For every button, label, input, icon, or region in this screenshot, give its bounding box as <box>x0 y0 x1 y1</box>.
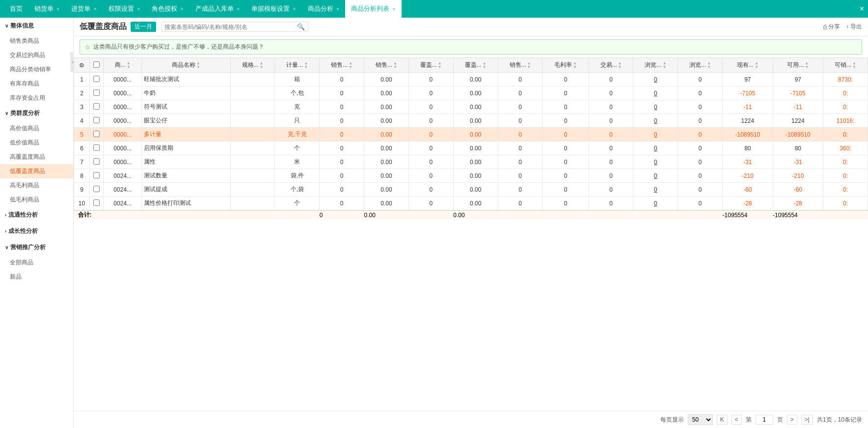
sidebar-item-category-turnover[interactable]: 商品分类动销率 <box>0 62 73 77</box>
row-select-checkbox[interactable] <box>93 117 100 123</box>
th-unit[interactable]: 计量...▲▼ <box>275 58 320 73</box>
last-page-button[interactable]: >| <box>801 415 813 425</box>
row-checkbox[interactable] <box>90 114 104 128</box>
close-icon[interactable]: × <box>237 6 240 12</box>
time-filter-button[interactable]: 近一月 <box>131 22 156 32</box>
row-browse1[interactable]: 0 <box>633 73 678 86</box>
sidebar-item-high-coverage[interactable]: 高覆盖度商品 <box>0 150 73 164</box>
select-all-checkbox[interactable] <box>93 61 100 68</box>
row-checkbox[interactable] <box>90 100 104 114</box>
row-checkbox[interactable] <box>90 142 104 155</box>
first-page-button[interactable]: K <box>717 415 728 425</box>
close-icon[interactable]: × <box>336 6 339 12</box>
totals-spacer4 <box>275 210 320 219</box>
row-checkbox[interactable] <box>90 197 104 211</box>
nav-sales-order[interactable]: 销货单 × <box>28 0 65 18</box>
close-icon[interactable]: × <box>180 6 183 12</box>
row-cover1: 0 <box>408 155 453 169</box>
nav-template-settings[interactable]: 单据模板设置 × <box>245 0 301 18</box>
sidebar-item-new-goods[interactable]: 新品 <box>0 270 73 284</box>
th-current[interactable]: 现有...▲▼ <box>723 58 773 73</box>
close-icon[interactable]: × <box>392 6 395 12</box>
search-icon[interactable]: 🔍 <box>297 23 305 30</box>
th-sales2[interactable]: 销售...▲▼ <box>364 58 409 73</box>
row-select-checkbox[interactable] <box>93 200 100 206</box>
search-input[interactable] <box>164 24 297 30</box>
sidebar-section-group-analysis[interactable]: ∨ 类群度分析 <box>0 105 73 121</box>
row-select-checkbox[interactable] <box>93 89 100 96</box>
th-code[interactable]: 商...▲▼ <box>104 58 142 73</box>
row-browse1[interactable]: 0 <box>633 142 678 155</box>
row-select-checkbox[interactable] <box>93 76 100 82</box>
close-all-tabs-button[interactable]: × <box>860 4 864 13</box>
sidebar-item-sales-goods[interactable]: 销售类商品 <box>0 34 73 48</box>
row-browse1[interactable]: 0 <box>633 197 678 211</box>
row-select-checkbox[interactable] <box>93 103 100 110</box>
close-icon[interactable]: × <box>137 6 140 12</box>
nav-purchase-order[interactable]: 进货单 × <box>65 0 102 18</box>
sidebar-item-high-margin[interactable]: 高毛利商品 <box>0 178 73 193</box>
th-browse2[interactable]: 浏览...▲▼ <box>678 58 723 73</box>
sidebar-item-low-margin[interactable]: 低毛利商品 <box>0 193 73 207</box>
close-icon[interactable]: × <box>293 6 296 12</box>
close-icon[interactable]: × <box>56 6 59 12</box>
prev-page-button[interactable]: < <box>732 415 742 425</box>
next-page-button[interactable]: > <box>787 415 797 425</box>
row-browse1[interactable]: 0 <box>633 114 678 128</box>
nav-product-analysis[interactable]: 商品分析 × <box>302 0 345 18</box>
sidebar-item-low-coverage[interactable]: 低覆盖度商品 <box>0 164 73 178</box>
nav-product-inbound[interactable]: 产成品入库单 × <box>190 0 245 18</box>
sidebar-section-growth[interactable]: › 成长性分析 <box>0 223 73 239</box>
per-page-select[interactable]: 50 20 100 <box>688 414 713 425</box>
row-browse1[interactable]: 0 <box>633 183 678 197</box>
export-button[interactable]: ↑ 导出 <box>846 23 862 31</box>
th-available[interactable]: 可用...▲▼ <box>773 58 823 73</box>
row-select-checkbox[interactable] <box>93 172 100 178</box>
th-trade[interactable]: 交易...▲▼ <box>589 58 633 73</box>
row-select-checkbox[interactable] <box>93 144 100 151</box>
sidebar-section-overall[interactable]: ∨ 整体信息 <box>0 18 73 34</box>
sidebar-collapse-button[interactable]: « <box>70 52 74 72</box>
sidebar-item-all-goods[interactable]: 全部商品 <box>0 256 73 270</box>
row-select-checkbox[interactable] <box>93 131 100 137</box>
row-sales2: 0.00 <box>364 169 409 183</box>
th-settings[interactable]: ⚙ <box>74 58 90 73</box>
th-profit[interactable]: 毛利率▲▼ <box>542 58 589 73</box>
row-cover1: 0 <box>408 114 453 128</box>
th-cover2[interactable]: 覆盖...▲▼ <box>453 58 498 73</box>
th-sales3[interactable]: 销售...▲▼ <box>498 58 542 73</box>
row-select-checkbox[interactable] <box>93 158 100 165</box>
nav-home[interactable]: 首页 <box>4 0 28 18</box>
nav-role-auth[interactable]: 角色授权 × <box>146 0 189 18</box>
row-select-checkbox[interactable] <box>93 186 100 192</box>
row-checkbox[interactable] <box>90 73 104 86</box>
current-page-input[interactable] <box>756 415 773 425</box>
row-checkbox[interactable] <box>90 128 104 142</box>
row-checkbox[interactable] <box>90 183 104 197</box>
sidebar-item-inventory-capital[interactable]: 库存资金占用 <box>0 91 73 105</box>
th-cover1[interactable]: 覆盖...▲▼ <box>408 58 453 73</box>
row-checkbox[interactable] <box>90 169 104 183</box>
th-saleable[interactable]: 可销...▲▼ <box>823 58 868 73</box>
row-checkbox[interactable] <box>90 86 104 100</box>
sidebar-section-liquidity[interactable]: › 流通性分析 <box>0 207 73 223</box>
nav-permission-settings[interactable]: 权限设置 × <box>103 0 146 18</box>
nav-product-analysis-list[interactable]: 商品分析列表 × <box>345 0 401 18</box>
sidebar-item-traded-goods[interactable]: 交易过的商品 <box>0 48 73 62</box>
sidebar-item-in-stock-goods[interactable]: 有库存商品 <box>0 77 73 91</box>
row-browse1[interactable]: 0 <box>633 128 678 142</box>
close-icon[interactable]: × <box>93 6 96 12</box>
row-browse1[interactable]: 0 <box>633 100 678 114</box>
row-browse1[interactable]: 0 <box>633 169 678 183</box>
row-checkbox[interactable] <box>90 155 104 169</box>
sidebar-item-high-value[interactable]: 高价值商品 <box>0 121 73 136</box>
row-browse1[interactable]: 0 <box>633 155 678 169</box>
th-spec[interactable]: 规格...▲▼ <box>230 58 275 73</box>
th-browse1[interactable]: 浏览...▲▼ <box>633 58 678 73</box>
sidebar-section-marketing[interactable]: ∨ 营销推广分析 <box>0 239 73 256</box>
share-button[interactable]: ⎙ 分享 <box>823 23 840 31</box>
row-browse1[interactable]: 0 <box>633 86 678 100</box>
th-sales1[interactable]: 销售...▲▼ <box>320 58 364 73</box>
sidebar-item-low-value[interactable]: 低价值商品 <box>0 136 73 150</box>
th-name[interactable]: 商品名称▲▼ <box>142 58 230 73</box>
